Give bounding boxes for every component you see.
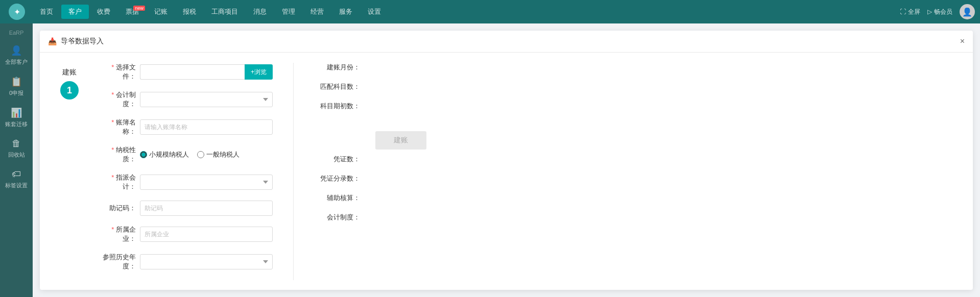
right-row-voucher-records: 凭证分录数： bbox=[314, 174, 488, 183]
avatar[interactable]: 👤 bbox=[960, 4, 975, 19]
accounting-system-label: 会计制度： bbox=[99, 90, 136, 109]
accountant-label: 指派会计： bbox=[99, 173, 136, 191]
member-button[interactable]: ▷ 畅会员 bbox=[927, 8, 952, 16]
main-layout: EaRP 👤 全部客户 📋 0申报 📊 账套迁移 🗑 回收站 🏷 标签设置 📥 bbox=[0, 23, 980, 297]
radio-small-label: 小规模纳税人 bbox=[149, 150, 189, 159]
right-row-vouchers: 凭证数： bbox=[314, 155, 488, 164]
sidebar-item-migration[interactable]: 📊 账套迁移 bbox=[0, 102, 33, 133]
sidebar-item-all-clients[interactable]: 👤 全部客户 bbox=[0, 40, 33, 71]
sidebar-item-declaration-label: 0申报 bbox=[9, 89, 23, 97]
form-row-accountant: 指派会计： bbox=[99, 173, 273, 191]
radio-small-taxpayer[interactable]: 小规模纳税人 bbox=[140, 150, 189, 159]
sidebar: EaRP 👤 全部客户 📋 0申报 📊 账套迁移 🗑 回收站 🏷 标签设置 bbox=[0, 23, 33, 297]
radio-general-taxpayer[interactable]: 一般纳税人 bbox=[197, 150, 240, 159]
sidebar-item-tags-label: 标签设置 bbox=[5, 182, 28, 189]
step-section: 建账 1 bbox=[60, 63, 99, 280]
nav-right: ⛶ 全屏 ▷ 畅会员 👤 bbox=[900, 4, 975, 19]
new-badge: new bbox=[133, 6, 145, 11]
nav-items: 首页 客户 收费 票据 new 记账 报税 工商项目 消息 管理 经营 服务 设… bbox=[33, 5, 900, 19]
dialog-close-button[interactable]: × bbox=[960, 37, 965, 46]
right-row-match-subjects: 匹配科目数： bbox=[314, 82, 488, 91]
company-label: 所属企业： bbox=[99, 225, 136, 243]
right-row-build-month: 建账月份： bbox=[314, 63, 488, 72]
sidebar-item-migration-label: 账套迁移 bbox=[5, 120, 28, 128]
build-account-button[interactable]: 建账 bbox=[375, 131, 426, 150]
recycle-icon: 🗑 bbox=[12, 138, 21, 149]
logo-circle: ✦ bbox=[9, 4, 25, 20]
nav-item-home[interactable]: 首页 bbox=[33, 5, 60, 19]
logo-icon: ✦ bbox=[14, 7, 20, 17]
fullscreen-label: 全屏 bbox=[908, 8, 920, 16]
form-row-company: 所属企业： bbox=[99, 225, 273, 243]
form-row-accounting-system: 会计制度： bbox=[99, 90, 273, 109]
member-label: 畅会员 bbox=[934, 8, 952, 16]
nav-item-tax[interactable]: 报税 bbox=[176, 5, 203, 19]
radio-general-label: 一般纳税人 bbox=[206, 150, 240, 159]
nav-item-settings[interactable]: 设置 bbox=[361, 5, 388, 19]
form-row-memo: 助记码： bbox=[99, 201, 273, 216]
sidebar-item-recycle[interactable]: 🗑 回收站 bbox=[0, 133, 33, 164]
sidebar-item-declaration[interactable]: 📋 0申报 bbox=[0, 71, 33, 102]
sidebar-item-all-clients-label: 全部客户 bbox=[5, 58, 28, 66]
nav-item-services[interactable]: 服务 bbox=[332, 5, 360, 19]
nav-item-invoices[interactable]: 票据 new bbox=[118, 5, 146, 19]
dialog-container: 📥 导爷数据导入 × 建账 1 选择文件： bbox=[40, 31, 973, 290]
dialog-header: 📥 导爷数据导入 × bbox=[40, 31, 973, 53]
right-row-auxiliary: 辅助核算： bbox=[314, 193, 488, 203]
nav-item-fees[interactable]: 收费 bbox=[90, 5, 117, 19]
history-year-select[interactable] bbox=[140, 254, 273, 269]
dialog-body: 建账 1 选择文件： +浏览 会计制度： bbox=[40, 53, 973, 290]
migration-icon: 📊 bbox=[11, 107, 22, 118]
nav-item-messages[interactable]: 消息 bbox=[246, 5, 274, 19]
memo-label: 助记码： bbox=[99, 204, 136, 213]
memo-input[interactable] bbox=[140, 201, 273, 216]
nav-item-clients[interactable]: 客户 bbox=[61, 5, 89, 19]
build-month-label: 建账月份： bbox=[314, 63, 360, 72]
tax-type-label: 纳税性质： bbox=[99, 145, 136, 164]
accounting-system-select[interactable] bbox=[140, 92, 273, 107]
form-section-left: 选择文件： +浏览 会计制度： 账簿名称： bbox=[99, 63, 273, 280]
user-icon: 👤 bbox=[962, 7, 972, 17]
step-label: 建账 bbox=[62, 68, 77, 77]
earp-text: EaRP bbox=[9, 28, 24, 40]
build-btn-area: 建账 bbox=[314, 121, 488, 150]
tags-icon: 🏷 bbox=[12, 169, 21, 180]
fullscreen-icon: ⛶ bbox=[900, 8, 906, 15]
radio-small-input[interactable] bbox=[140, 151, 147, 158]
form-row-ledger-name: 账簿名称： bbox=[99, 118, 273, 136]
section-divider bbox=[293, 63, 294, 280]
match-subjects-label: 匹配科目数： bbox=[314, 82, 360, 91]
radio-general-input[interactable] bbox=[197, 151, 204, 158]
file-label: 选择文件： bbox=[99, 63, 136, 81]
ledger-name-label: 账簿名称： bbox=[99, 118, 136, 136]
nav-item-management[interactable]: 管理 bbox=[275, 5, 302, 19]
play-icon: ▷ bbox=[927, 8, 932, 15]
voucher-records-label: 凭证分录数： bbox=[314, 174, 360, 183]
initial-subjects-label: 科目期初数： bbox=[314, 102, 360, 111]
logo[interactable]: ✦ bbox=[5, 0, 29, 23]
nav-item-bookkeeping[interactable]: 记账 bbox=[147, 5, 175, 19]
right-row-right-accounting-system: 会计制度： bbox=[314, 213, 488, 222]
dialog-title: 导爷数据导入 bbox=[61, 37, 104, 46]
nav-item-commerce[interactable]: 工商项目 bbox=[204, 5, 245, 19]
step-circle: 1 bbox=[60, 81, 79, 100]
file-input[interactable] bbox=[140, 64, 245, 80]
ledger-name-input[interactable] bbox=[140, 119, 273, 135]
form-row-history-year: 参照历史年度： bbox=[99, 253, 273, 271]
company-input[interactable] bbox=[140, 227, 273, 242]
history-year-label: 参照历史年度： bbox=[99, 253, 136, 271]
right-row-initial-subjects: 科目期初数： bbox=[314, 102, 488, 111]
form-row-file: 选择文件： +浏览 bbox=[99, 63, 273, 81]
auxiliary-label: 辅助核算： bbox=[314, 193, 360, 203]
nav-item-operations[interactable]: 经营 bbox=[303, 5, 331, 19]
sidebar-item-tags[interactable]: 🏷 标签设置 bbox=[0, 164, 33, 194]
radio-group-tax: 小规模纳税人 一般纳税人 bbox=[140, 150, 273, 159]
content-area: 📥 导爷数据导入 × 建账 1 选择文件： bbox=[33, 23, 980, 297]
accountant-select[interactable] bbox=[140, 175, 273, 190]
dialog-title-icon: 📥 bbox=[48, 37, 57, 45]
browse-button[interactable]: +浏览 bbox=[245, 64, 273, 80]
form-section-right: 建账月份： 匹配科目数： 科目期初数： 建账 bbox=[314, 63, 488, 280]
file-input-group: +浏览 bbox=[140, 64, 273, 80]
fullscreen-button[interactable]: ⛶ 全屏 bbox=[900, 8, 920, 16]
declaration-icon: 📋 bbox=[11, 76, 22, 87]
